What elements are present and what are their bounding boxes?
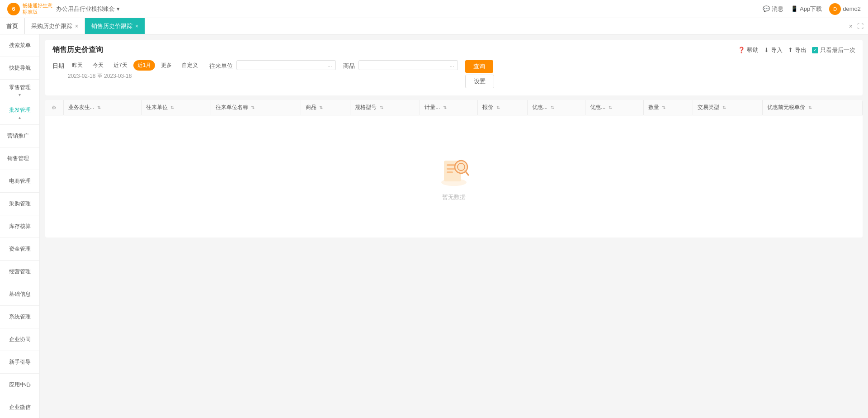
message-btn[interactable]: 💬 消息 — [763, 5, 783, 13]
sidebar-purchase-label: 采购管理 — [9, 200, 31, 208]
filter-more[interactable]: 更多 — [157, 60, 176, 71]
col-discount2-sort[interactable]: ⇅ — [609, 105, 612, 110]
sidebar-item-sales-mgmt[interactable]: 销售管理 — [0, 147, 39, 170]
export-icon: ⬆ — [788, 47, 793, 53]
sidebar-wholesale-mgmt-arrow: ▴ — [19, 115, 21, 120]
filter-today[interactable]: 今天 — [89, 60, 108, 71]
sidebar-item-newbie[interactable]: 新手引导 — [0, 351, 39, 374]
sidebar-inventory-label: 库存核算 — [9, 223, 31, 230]
tab-purchase-history[interactable]: 采购历史价跟踪 × — [25, 18, 85, 34]
only-last-area[interactable]: ✓ 只看最后一次 — [812, 46, 855, 54]
tab-close-btn[interactable]: × — [849, 23, 853, 30]
col-trade-type-sort[interactable]: ⇅ — [722, 105, 726, 110]
sidebar-item-search-menu[interactable]: 搜索菜单 — [0, 34, 39, 57]
goods-input[interactable]: ... — [359, 60, 458, 70]
export-btn[interactable]: ⬆ 导出 — [788, 46, 807, 54]
sidebar-item-retail-mgmt[interactable]: 零售管理 ▾ — [0, 80, 39, 102]
breadcrumb-dropdown-icon[interactable]: ▾ — [117, 5, 120, 12]
sidebar-item-ops[interactable]: 经营管理 — [0, 261, 39, 283]
table-settings-icon[interactable]: ⚙ — [52, 104, 57, 111]
sidebar-item-purchase[interactable]: 采购管理 — [0, 193, 39, 215]
col-spec-label: 规格型号 — [355, 104, 377, 110]
import-btn[interactable]: ⬇ 导入 — [764, 46, 783, 54]
sidebar-item-enterprise-wechat[interactable]: 企业微信 — [0, 396, 39, 418]
sidebar-item-system[interactable]: 系统管理 — [0, 306, 39, 328]
goods-filter-label: 商品 — [343, 60, 355, 70]
col-discount2[interactable]: 优惠... ⇅ — [585, 100, 643, 115]
tab-sales-history-label: 销售历史价跟踪 — [91, 22, 132, 30]
only-last-checkbox[interactable]: ✓ — [812, 47, 818, 53]
col-discount1-sort[interactable]: ⇅ — [551, 105, 554, 110]
page-title: 销售历史价查询 — [52, 45, 103, 55]
svg-rect-4 — [447, 171, 453, 173]
sidebar: 搜索菜单 快捷导航 零售管理 ▾ 批发管理 ▴ 营销推广 销售管理 电商管理 采… — [0, 34, 40, 418]
sidebar-item-wholesale-mgmt[interactable]: 批发管理 ▴ — [0, 102, 39, 125]
empty-state: 暂无数据 — [45, 115, 863, 238]
app-download-btn[interactable]: 📱 App下载 — [791, 5, 822, 13]
sidebar-item-basic-info[interactable]: 基础信息 — [0, 283, 39, 306]
col-pretax-price-sort[interactable]: ⇅ — [808, 105, 812, 110]
tab-home[interactable]: 首页 — [0, 18, 25, 34]
col-goods[interactable]: 商品 ⇅ — [301, 100, 350, 115]
col-pretax-price[interactable]: 优惠前无税单价 ⇅ — [763, 100, 863, 115]
col-unit[interactable]: 计量... ⇅ — [420, 100, 478, 115]
sidebar-item-app-center[interactable]: 应用中心 — [0, 374, 39, 396]
tab-purchase-history-close[interactable]: × — [75, 23, 78, 29]
tab-sales-history-close[interactable]: × — [135, 23, 138, 29]
col-qty-sort[interactable]: ⇅ — [662, 105, 665, 110]
sidebar-item-inventory[interactable]: 库存核算 — [0, 215, 39, 238]
help-btn[interactable]: ❓ 帮助 — [738, 46, 759, 54]
app-download-icon: 📱 — [791, 5, 798, 12]
tab-sales-history[interactable]: 销售历史价跟踪 × — [85, 18, 145, 34]
col-quote-sort[interactable]: ⇅ — [496, 105, 500, 110]
sidebar-item-enterprise-collab[interactable]: 企业协同 — [0, 328, 39, 351]
sidebar-wholesale-mgmt-label: 批发管理 — [9, 107, 31, 114]
sidebar-item-quick-nav[interactable]: 快捷导航 — [0, 57, 39, 80]
filter-last7[interactable]: 近7天 — [109, 60, 132, 71]
sidebar-item-ecommerce[interactable]: 电商管理 — [0, 170, 39, 193]
col-counterpart-name-sort[interactable]: ⇅ — [251, 105, 255, 110]
col-qty-label: 数量 — [648, 104, 659, 110]
settings-button[interactable]: 设置 — [465, 75, 494, 88]
message-icon: 💬 — [763, 5, 770, 12]
filter-custom[interactable]: 自定义 — [178, 60, 202, 71]
col-business-date-sort[interactable]: ⇅ — [97, 105, 101, 110]
breadcrumb-area: 办公用品行业模拟账套 ▾ — [56, 5, 120, 13]
filter-last1month[interactable]: 近1月 — [133, 60, 156, 71]
counterpart-input[interactable]: ... — [236, 60, 336, 70]
col-spec-sort[interactable]: ⇅ — [380, 105, 383, 110]
sidebar-app-center-label: 应用中心 — [9, 381, 31, 389]
export-label: 导出 — [795, 46, 807, 54]
only-last-label: 只看最后一次 — [820, 46, 855, 54]
col-qty[interactable]: 数量 ⇅ — [643, 100, 693, 115]
tab-actions: × ⛶ — [844, 18, 868, 34]
col-business-date[interactable]: 业务发生... ⇅ — [63, 100, 142, 115]
col-settings[interactable]: ⚙ — [45, 100, 63, 115]
import-icon: ⬇ — [764, 47, 769, 53]
sidebar-item-marketing[interactable]: 营销推广 — [0, 125, 39, 147]
col-counterpart-name[interactable]: 往来单位名称 ⇅ — [211, 100, 301, 115]
page-content: 销售历史价查询 ❓ 帮助 ⬇ 导入 ⬆ 导出 — [40, 34, 868, 418]
filter-row: 日期 昨天 今天 近7天 近1月 更多 自定义 2023-02-18 至 202… — [52, 60, 855, 92]
col-goods-sort[interactable]: ⇅ — [319, 105, 323, 110]
col-business-date-label: 业务发生... — [68, 104, 94, 110]
col-quote[interactable]: 报价 ⇅ — [478, 100, 528, 115]
sidebar-quick-nav-label: 快捷导航 — [9, 65, 31, 72]
filter-yesterday[interactable]: 昨天 — [68, 60, 87, 71]
col-pretax-price-label: 优惠前无税单价 — [767, 104, 805, 110]
query-button[interactable]: 查询 — [465, 60, 493, 73]
top-bar-left: 6 畅捷通好生意 标准版 办公用品行业模拟账套 ▾ — [7, 3, 120, 15]
user-area[interactable]: D demo2 — [829, 3, 861, 15]
sidebar-item-finance[interactable]: 资金管理 — [0, 238, 39, 261]
counterpart-ellipsis: ... — [327, 62, 332, 68]
col-trade-type[interactable]: 交易类型 ⇅ — [693, 100, 763, 115]
col-counterpart-code[interactable]: 往来单位 ⇅ — [142, 100, 211, 115]
col-unit-sort[interactable]: ⇅ — [443, 105, 447, 110]
tab-maximize-btn[interactable]: ⛶ — [857, 23, 863, 30]
col-spec[interactable]: 规格型号 ⇅ — [350, 100, 420, 115]
logo-text: 畅捷通好生意 标准版 — [23, 3, 52, 14]
sidebar-basic-info-label: 基础信息 — [9, 291, 31, 298]
tab-purchase-history-label: 采购历史价跟踪 — [31, 22, 72, 30]
col-discount1[interactable]: 优惠... ⇅ — [528, 100, 585, 115]
col-counterpart-code-sort[interactable]: ⇅ — [170, 105, 174, 110]
